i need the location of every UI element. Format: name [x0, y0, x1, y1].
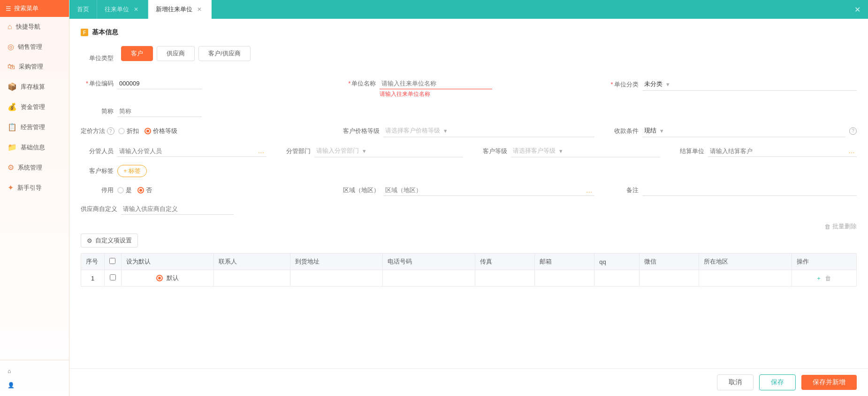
disabled-radio-group: 是 否: [117, 186, 152, 194]
short-name-label: 简称: [81, 107, 114, 116]
cell-action: + 🗑: [792, 270, 856, 287]
field-unit-name-container: *单位名称 请输入往来单位名称: [343, 78, 594, 98]
bottom-bar: 取消 保存 保存并新增: [69, 368, 868, 396]
region-input-container: …: [383, 185, 594, 196]
col-wechat: 微信: [640, 254, 699, 270]
chevron-down-icon: ▾: [666, 81, 670, 88]
unit-code-input[interactable]: [117, 78, 202, 89]
btn-customer[interactable]: 客户: [121, 46, 153, 61]
field-unit-name: *单位名称: [343, 78, 594, 89]
field-region: 区域（地区） …: [343, 185, 594, 196]
radio-discount-dot: [118, 128, 125, 134]
default-radio[interactable]: 默认: [126, 274, 209, 282]
save-new-button[interactable]: 保存并新增: [801, 375, 857, 390]
supplier-custom-input[interactable]: [121, 203, 234, 215]
delete-row-btn[interactable]: 🗑: [825, 275, 831, 282]
col-check: [105, 254, 122, 270]
customer-level-select[interactable]: 请选择客户等级 ▾: [511, 145, 660, 157]
cell-check: [105, 270, 122, 287]
unit-category-label: *单位分类: [606, 80, 639, 89]
quick-nav-icon: ⌂: [8, 23, 12, 31]
settlement-more-btn[interactable]: …: [846, 147, 857, 155]
help-icon[interactable]: ?: [107, 127, 114, 135]
purchase-icon: 🛍: [8, 62, 15, 71]
home-icon: ⌂: [8, 368, 11, 374]
sidebar-item-inventory[interactable]: 📦库存核算: [0, 77, 69, 97]
select-all-checkbox[interactable]: [109, 258, 115, 264]
department-label: 分管部门: [278, 147, 311, 155]
radio-price-level-dot: [145, 128, 151, 134]
field-settlement: 结算单位 …: [671, 146, 857, 157]
manager-label: 分管人员: [81, 147, 114, 155]
add-row-btn[interactable]: +: [817, 275, 821, 282]
guide-icon: ✦: [8, 183, 14, 192]
tag-label: 客户标签: [81, 167, 114, 175]
sidebar-item-purchase[interactable]: 🛍采购管理: [0, 57, 69, 77]
batch-delete[interactable]: 🗑 批量删除: [81, 222, 857, 231]
sidebar-search[interactable]: ☰ 搜索菜单: [0, 0, 69, 17]
sidebar-item-quick-nav[interactable]: ⌂快捷导航: [0, 17, 69, 37]
main-area: 首页 往来单位 ✕ 新增往来单位 ✕ ✕ F 基本信息 单位类型 客户 供应商: [69, 0, 868, 396]
sidebar-item-basic[interactable]: 📁基础信息: [0, 137, 69, 157]
customer-price-select[interactable]: 请选择客户价格等级 ▾: [383, 124, 594, 137]
col-qq: qq: [594, 254, 640, 270]
btn-supplier[interactable]: 供应商: [157, 46, 195, 61]
sidebar-bottom-item2[interactable]: 👤: [0, 378, 69, 392]
sidebar-item-sales[interactable]: ◎销售管理: [0, 37, 69, 57]
field-disabled: 停用 是 否: [81, 186, 332, 194]
tab-new-contact[interactable]: 新增往来单位 ✕: [148, 0, 212, 19]
manager-more-btn[interactable]: …: [256, 147, 266, 155]
row-codes: *单位编码 *单位名称 请输入往来单位名称 *单位分类 未分类 ▾: [81, 78, 857, 98]
remark-label: 备注: [606, 186, 639, 194]
save-button[interactable]: 保存: [759, 374, 796, 390]
chevron-down-icon4: ▾: [363, 148, 366, 155]
field-payment-terms: 收款条件 现结 ▾ ?: [606, 124, 857, 137]
delete-icon: 🗑: [824, 223, 830, 230]
region-more-btn[interactable]: …: [584, 186, 594, 194]
unit-name-input[interactable]: [380, 78, 492, 89]
row-checkbox[interactable]: [110, 274, 116, 280]
cancel-button[interactable]: 取消: [717, 374, 754, 390]
search-icon: ☰: [6, 5, 11, 12]
chevron-down-icon3: ▾: [660, 127, 663, 134]
radio-yes[interactable]: 是: [117, 186, 132, 194]
col-address: 到货地址: [290, 254, 382, 270]
region-input[interactable]: [383, 185, 584, 195]
row-manager: 分管人员 … 分管部门 请输入分管部门 ▾ 客户等级 请选择客户等级 ▾: [81, 145, 857, 157]
unit-category-select[interactable]: 未分类 ▾: [642, 78, 857, 91]
payment-terms-select[interactable]: 现结 ▾: [642, 124, 845, 137]
manager-input[interactable]: [117, 146, 256, 156]
add-tag-btn[interactable]: + 标签: [117, 165, 147, 177]
sidebar-bottom-item[interactable]: ⌂: [0, 364, 69, 378]
unit-code-label: *单位编码: [81, 79, 114, 88]
tab-close-all[interactable]: ✕: [847, 5, 868, 14]
sidebar-item-finance[interactable]: 💰资金管理: [0, 97, 69, 117]
short-name-input[interactable]: [117, 106, 202, 117]
field-department: 分管部门 请输入分管部门 ▾: [278, 145, 464, 157]
tab-contacts[interactable]: 往来单位 ✕: [97, 0, 148, 19]
field-manager: 分管人员 …: [81, 146, 266, 157]
radio-no[interactable]: 否: [137, 186, 152, 194]
department-select[interactable]: 请输入分管部门 ▾: [314, 145, 464, 157]
settlement-input[interactable]: [708, 146, 847, 156]
tab-home[interactable]: 首页: [69, 0, 97, 19]
sidebar-item-guide[interactable]: ✦新手引导: [0, 178, 69, 198]
custom-settings-btn[interactable]: ⚙ 自定义项设置: [81, 233, 138, 248]
settlement-input-container: …: [708, 146, 857, 157]
radio-discount[interactable]: 折扣: [118, 127, 139, 135]
cell-address: [290, 270, 382, 287]
remark-input[interactable]: [642, 185, 857, 196]
gear-icon: ⚙: [87, 237, 92, 244]
radio-price-level[interactable]: 价格等级: [145, 127, 177, 135]
cell-email: [535, 270, 594, 287]
btn-both[interactable]: 客户/供应商: [198, 46, 251, 61]
sidebar-item-system[interactable]: ⚙系统管理: [0, 157, 69, 178]
sidebar-bottom: ⌂ 👤: [0, 360, 69, 396]
field-short-name: 简称: [81, 106, 857, 117]
tab-contacts-close[interactable]: ✕: [132, 5, 140, 14]
help-icon2[interactable]: ?: [849, 127, 857, 135]
pricing-radio-group: 折扣 价格等级: [118, 127, 177, 135]
sidebar-item-operations[interactable]: 📋经营管理: [0, 117, 69, 137]
tab-new-contact-close[interactable]: ✕: [195, 5, 204, 14]
manager-input-container: …: [117, 146, 266, 157]
